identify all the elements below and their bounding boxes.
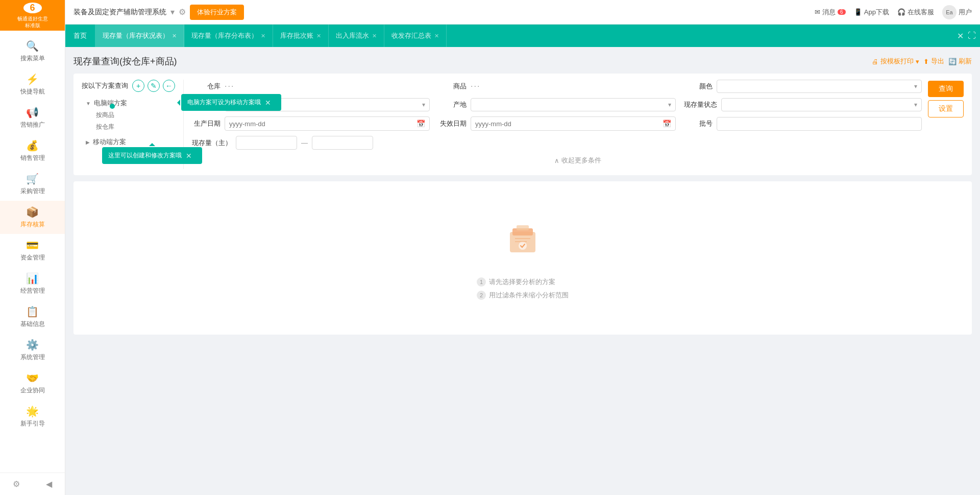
scheme-group-desktop: ▼ 电脑端方案 按商品 按仓库 [86,97,177,133]
print-btn[interactable]: 🖨 按模板打印 ▾ [872,57,919,66]
online-service-btn[interactable]: 🎧 在线客服 [897,8,934,17]
tab-close-receive-send-summary[interactable]: ✕ [434,33,439,39]
scheme-list: ▼ 电脑端方案 按商品 按仓库 ▶ 移动端方案 [82,97,177,148]
product-dots[interactable]: ··· [471,82,480,91]
refresh-btn[interactable]: 🔄 刷新 [948,57,972,66]
headset-icon: 🎧 [897,8,905,16]
system-name-dropdown-icon[interactable]: ▾ [170,7,175,17]
sidebar-item-sales[interactable]: 💰 销售管理 [0,134,65,168]
sidebar-settings-btn[interactable]: ⚙ [13,479,20,489]
filter-label: 按以下方案查询 [82,81,128,90]
tab-inout-flow[interactable]: 出入库流水 ✕ [329,25,384,47]
origin-dropdown-icon: ▾ [668,101,671,108]
origin-select[interactable]: ▾ [471,98,676,111]
export-icon: ⬆ [923,58,929,65]
sidebar-item-system[interactable]: ⚙️ 系统管理 [0,334,65,367]
content-area: 现存量查询(按仓库+商品) 🖨 按模板打印 ▾ ⬆ 导出 🔄 刷新 [65,47,980,495]
empty-illustration [497,214,548,265]
warehouse-dots[interactable]: ··· [225,82,234,91]
stock-status-select[interactable]: ▾ [721,98,922,111]
color-select[interactable]: ▾ [717,80,922,93]
tab-close-all-icon[interactable]: ✕ [957,31,964,41]
user-btn[interactable]: Ea 用户 [942,5,972,19]
tab-inventory-status[interactable]: 现存量（库存状况表） ✕ [95,25,184,47]
color-field: 颜色 ▾ [684,80,922,93]
filter-actions: + ✎ ← [132,80,175,92]
scheme-item-by-product[interactable]: 按商品 [86,109,177,121]
empty-hints: 1 请先选择要分析的方案 2 用过滤条件来缩小分析范围 [477,275,569,302]
main-area: 装备及固定资产辅助管理系统 ▾ ⚙ 体验行业方案 ✉ 消息 6 📱 App下载 … [65,0,980,495]
batch-input[interactable] [717,117,922,131]
avatar: Ea [942,5,957,19]
tab-home[interactable]: 首页 [65,25,95,47]
sidebar-item-purchase[interactable]: 🛒 采购管理 [0,168,65,201]
exp-date-text[interactable] [475,120,659,128]
scheme-group-mobile-header[interactable]: ▶ 移动端方案 [86,136,177,148]
scheme-group-mobile: ▶ 移动端方案 [86,136,177,148]
mfg-date-input[interactable]: 📅 [225,116,430,131]
sidebar-item-search[interactable]: 🔍 搜索菜单 [0,35,65,68]
tab-inventory-distribution[interactable]: 现存量（库存分布表） ✕ [184,25,273,47]
search-btn[interactable]: 查询 [928,81,964,97]
purchase-icon: 🛒 [26,173,39,185]
color-label: 颜色 [684,82,713,91]
calendar-icon-mfg[interactable]: 📅 [416,120,425,128]
phone-icon: 📱 [854,8,862,16]
results-panel: 1 请先选择要分析的方案 2 用过滤条件来缩小分析范围 [74,181,972,335]
logo: 6 畅通道好生意 标准版 [0,0,65,31]
exp-date-input[interactable]: 📅 [471,116,676,131]
sidebar-item-inventory[interactable]: 📦 库存核算 [0,201,65,234]
stock-max-input[interactable] [312,136,373,150]
sidebar-item-basic-info[interactable]: 📋 基础信息 [0,300,65,334]
export-btn[interactable]: ⬆ 导出 [923,57,944,66]
collapse-btn[interactable]: ∧ 收起更多条件 [192,152,964,169]
sales-icon: 💰 [26,139,39,152]
stock-status-label: 现存量状态 [684,100,717,109]
tooltip-edit-close[interactable]: ✕ [186,152,192,160]
message-btn[interactable]: ✉ 消息 6 [815,8,846,17]
range-separator: — [301,139,308,147]
sidebar-collapse-btn[interactable]: ◀ [46,479,52,489]
print-icon: 🖨 [872,58,878,65]
exp-date-label: 失效日期 [438,119,467,128]
tab-close-inout-flow[interactable]: ✕ [372,33,377,39]
message-icon: ✉ [815,8,820,16]
scheme-item-by-warehouse[interactable]: 按仓库 [86,121,177,133]
tab-close-batch-account[interactable]: ✕ [316,33,321,39]
settings-icon[interactable]: ⚙ [179,7,186,17]
calendar-icon-exp[interactable]: 📅 [663,120,671,128]
edit-scheme-btn[interactable]: ✎ [148,80,160,92]
header-left: 装备及固定资产辅助管理系统 ▾ ⚙ 体验行业方案 [74,5,244,20]
sidebar-item-finance[interactable]: 💳 资金管理 [0,234,65,267]
newbie-icon: 🌟 [26,405,39,417]
app-download-btn[interactable]: 📱 App下载 [854,8,889,17]
sidebar-item-enterprise[interactable]: 🤝 企业协同 [0,367,65,400]
sidebar-item-marketing[interactable]: 📢 营销推广 [0,101,65,134]
scheme-group-desktop-header[interactable]: ▼ 电脑端方案 [86,97,177,109]
tab-close-inventory-status[interactable]: ✕ [172,33,177,39]
sidebar-item-quick-nav[interactable]: ⚡ 快捷导航 [0,68,65,101]
product-label: 商品 [438,82,467,91]
filter-header: 按以下方案查询 + ✎ ← [82,80,177,92]
add-scheme-btn[interactable]: + [132,80,144,92]
back-btn[interactable]: ← [163,80,175,92]
tab-close-inventory-distribution[interactable]: ✕ [261,33,265,39]
page-title-bar: 现存量查询(按仓库+商品) 🖨 按模板打印 ▾ ⬆ 导出 🔄 刷新 [74,55,972,67]
basic-info-icon: 📋 [26,305,39,318]
empty-state: 1 请先选择要分析的方案 2 用过滤条件来缩小分析范围 [74,181,972,335]
tab-receive-send-summary[interactable]: 收发存汇总表 ✕ [384,25,447,47]
batch-field: 批号 [684,116,922,131]
tab-batch-account[interactable]: 库存批次账 ✕ [273,25,329,47]
sidebar-item-management[interactable]: 📊 经营管理 [0,267,65,300]
stock-min-input[interactable] [236,136,297,150]
mfg-date-text[interactable] [229,120,413,128]
tab-fullscreen-icon[interactable]: ⛶ [968,31,976,40]
tooltip-scheme-close[interactable]: ✕ [265,99,271,107]
setting-btn[interactable]: 设置 [928,100,964,117]
header-right: ✉ 消息 6 📱 App下载 🎧 在线客服 Ea 用户 [815,5,972,19]
exp-date-field: 失效日期 📅 [438,116,676,131]
sidebar-item-newbie[interactable]: 🌟 新手引导 [0,400,65,433]
finance-icon: 💳 [26,239,39,251]
experience-btn[interactable]: 体验行业方案 [190,5,244,20]
page-title: 现存量查询(按仓库+商品) [74,55,177,67]
